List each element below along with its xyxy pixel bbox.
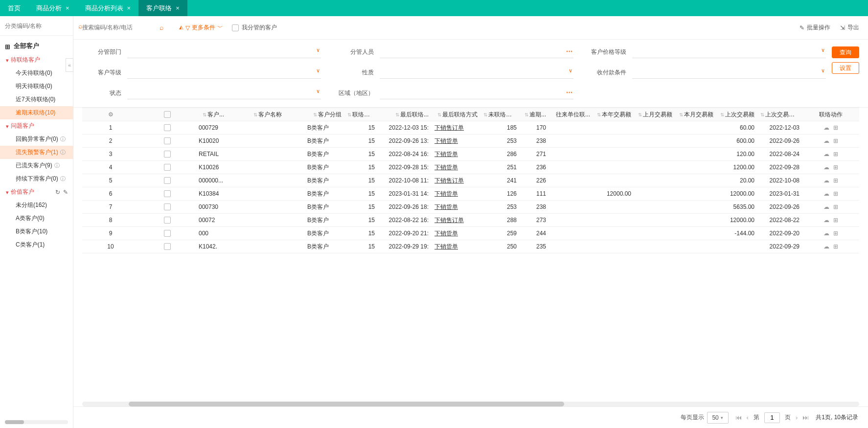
- contact-way-link[interactable]: 下销货单: [434, 164, 458, 171]
- table-row[interactable]: 2K10020B类客户152022-09-26 13:下销货单253238600…: [82, 135, 859, 148]
- refresh-icon[interactable]: ↻: [55, 189, 60, 196]
- select-all-checkbox[interactable]: [139, 108, 196, 121]
- table-row[interactable]: 6K10384B类客户152023-01-31 14:下销货单126111120…: [82, 187, 859, 201]
- wechat-icon[interactable]: ☁: [823, 137, 829, 144]
- wechat-icon[interactable]: ☁: [823, 243, 829, 250]
- col-code[interactable]: 客户...: [196, 108, 231, 121]
- col-last-date[interactable]: 上次交易日期: [757, 108, 802, 121]
- qr-icon[interactable]: ⊞: [833, 203, 838, 210]
- qr-icon[interactable]: ⊞: [833, 164, 838, 171]
- wechat-icon[interactable]: ☁: [823, 217, 829, 224]
- table-scrollbar[interactable]: [82, 402, 859, 406]
- wechat-icon[interactable]: ☁: [823, 151, 829, 158]
- tree-item[interactable]: 持续下滑客户(0) ⓘ: [0, 172, 73, 185]
- row-checkbox[interactable]: [139, 201, 196, 214]
- row-checkbox[interactable]: [139, 174, 196, 187]
- close-icon[interactable]: ×: [66, 4, 69, 12]
- contact-way-link[interactable]: 下销货单: [434, 203, 458, 210]
- col-group[interactable]: 客户分组: [304, 108, 344, 121]
- wechat-icon[interactable]: ☁: [823, 124, 829, 131]
- row-checkbox[interactable]: [139, 121, 196, 135]
- qr-icon[interactable]: ⊞: [833, 137, 838, 144]
- area-select[interactable]: ⋯: [380, 87, 573, 99]
- col-last-amt[interactable]: 上次交易额: [716, 108, 757, 121]
- tree-item[interactable]: 明天待联络(0): [0, 80, 73, 93]
- col-name[interactable]: 客户名称: [231, 108, 304, 121]
- tab-商品分析[interactable]: 商品分析×: [28, 0, 77, 16]
- help-icon[interactable]: ⓘ: [60, 135, 66, 143]
- state-select[interactable]: ∨: [127, 87, 321, 99]
- row-checkbox[interactable]: [139, 187, 196, 201]
- export-button[interactable]: ⇲ 导出: [840, 23, 859, 32]
- col-year[interactable]: 本年交易额: [593, 108, 634, 121]
- col-last-month[interactable]: 上月交易额: [634, 108, 675, 121]
- tree-category[interactable]: 价值客户↻✎: [0, 185, 73, 199]
- col-not-days[interactable]: 未联络天数: [480, 108, 520, 121]
- qr-icon[interactable]: ⊞: [833, 230, 838, 237]
- tree-item[interactable]: 已流失客户(9) ⓘ: [0, 159, 73, 172]
- help-icon[interactable]: ⓘ: [60, 175, 66, 182]
- row-checkbox[interactable]: [139, 214, 196, 227]
- tree-root[interactable]: 全部客户: [0, 39, 73, 53]
- contact-way-link[interactable]: 下销货单: [434, 151, 458, 158]
- qr-icon[interactable]: ⊞: [833, 243, 838, 250]
- prev-page-button[interactable]: ‹: [747, 414, 749, 421]
- contact-way-link[interactable]: 下销货单: [434, 137, 458, 144]
- table-row[interactable]: 10K1042.B类客户152022-09-29 19:下销货单25023520…: [82, 240, 859, 253]
- sidebar-search-input[interactable]: [5, 23, 78, 29]
- contact-way-link[interactable]: 下销货单: [434, 243, 458, 250]
- wechat-icon[interactable]: ☁: [823, 177, 829, 184]
- pay-select[interactable]: ∨: [632, 66, 826, 79]
- row-checkbox[interactable]: [139, 240, 196, 253]
- next-page-button[interactable]: ›: [796, 414, 798, 421]
- gear-icon[interactable]: ⚙: [82, 108, 139, 121]
- table-row[interactable]: 800072B类客户152022-08-22 16:下销售订单288273120…: [82, 214, 859, 227]
- qr-icon[interactable]: ⊞: [833, 190, 838, 197]
- sidebar-scrollbar[interactable]: [5, 420, 68, 424]
- table-row[interactable]: 1000729B类客户152022-12-03 15:下销售订单18517060…: [82, 121, 859, 135]
- page-size-select[interactable]: 50 ▾: [707, 412, 729, 424]
- wechat-icon[interactable]: ☁: [823, 164, 829, 171]
- search-icon[interactable]: ⌕: [78, 22, 82, 30]
- close-icon[interactable]: ×: [176, 4, 180, 12]
- col-last-time[interactable]: 最后联络...: [378, 108, 432, 121]
- more-conditions[interactable]: ▽ 更多条件 ﹀: [179, 23, 223, 32]
- price-level-select[interactable]: ∨: [632, 45, 826, 58]
- main-search-input[interactable]: [82, 24, 156, 31]
- tree-item[interactable]: 今天待联络(0): [0, 67, 73, 80]
- collapse-icon[interactable]: «: [66, 58, 73, 72]
- wechat-icon[interactable]: ☁: [823, 203, 829, 210]
- tab-客户联络[interactable]: 客户联络×: [138, 0, 187, 16]
- col-cycle[interactable]: 联络周期: [344, 108, 378, 121]
- row-checkbox[interactable]: [139, 135, 196, 148]
- table-row[interactable]: 4K10026B类客户152022-09-28 15:下销货单251236120…: [82, 161, 859, 174]
- tree-item[interactable]: 近7天待联络(0): [0, 93, 73, 106]
- search-button[interactable]: 查询: [832, 46, 859, 58]
- tab-商品分析列表[interactable]: 商品分析列表×: [77, 0, 139, 16]
- nature-select[interactable]: ∨: [380, 66, 573, 79]
- tree-item[interactable]: C类客户(1): [0, 238, 73, 251]
- qr-icon[interactable]: ⊞: [833, 124, 838, 131]
- tree-item[interactable]: A类客户(0): [0, 212, 73, 225]
- tab-首页[interactable]: 首页: [0, 0, 28, 16]
- qr-icon[interactable]: ⊞: [833, 151, 838, 158]
- contact-way-link[interactable]: 下销售订单: [434, 124, 464, 131]
- table-row[interactable]: 5000000...B类客户152022-10-08 11:下销售订单24122…: [82, 174, 859, 187]
- col-unit[interactable]: 往来单位联...: [549, 108, 593, 121]
- table-row[interactable]: 7000730B类客户152022-09-26 18:下销货单253238563…: [82, 201, 859, 214]
- table-row[interactable]: 9000B类客户152022-09-20 21:下销货单259244-144.0…: [82, 227, 859, 240]
- row-checkbox[interactable]: [139, 148, 196, 161]
- col-over[interactable]: 逾期...: [520, 108, 549, 121]
- tree-category[interactable]: 待联络客户: [0, 53, 73, 67]
- cust-level-select[interactable]: ∨: [127, 66, 321, 79]
- help-icon[interactable]: ⓘ: [54, 162, 60, 169]
- contact-way-link[interactable]: 下销货单: [434, 190, 458, 197]
- edit-icon[interactable]: ✎: [63, 189, 68, 196]
- tree-item[interactable]: 流失预警客户(1) ⓘ: [0, 146, 73, 159]
- close-icon[interactable]: ×: [127, 4, 131, 12]
- my-customers-checkbox[interactable]: 我分管的客户: [232, 23, 277, 32]
- tree-item[interactable]: B类客户(10): [0, 225, 73, 238]
- table-row[interactable]: 3RETAILB类客户152022-08-24 16:下销货单286271120…: [82, 148, 859, 161]
- contact-way-link[interactable]: 下销售订单: [434, 217, 464, 224]
- help-icon[interactable]: ⓘ: [60, 149, 66, 156]
